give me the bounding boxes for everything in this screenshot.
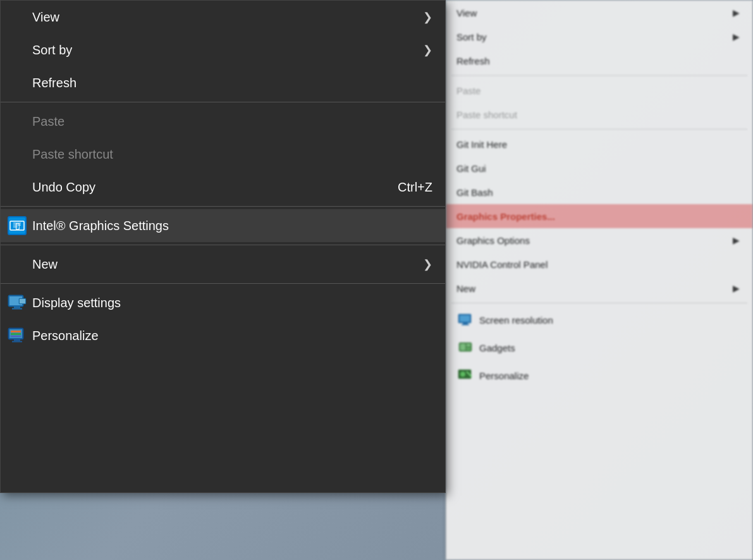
svg-rect-28 — [14, 339, 20, 341]
dark-menu-item-sortby[interactable]: Sort by ❯ — [1, 33, 445, 66]
personalize-icon — [7, 326, 27, 346]
light-menu-item-git-bash[interactable]: Git Bash — [446, 180, 752, 204]
dark-refresh-label: Refresh — [32, 76, 77, 90]
svg-rect-20 — [12, 308, 22, 310]
svg-rect-2 — [463, 323, 468, 324]
svg-point-9 — [460, 372, 465, 377]
light-menu-item-paste-shortcut: Paste shortcut — [446, 102, 752, 126]
svg-rect-22 — [20, 299, 25, 303]
dark-sortby-chevron: ❯ — [423, 43, 432, 57]
dark-menu-item-undo-copy[interactable]: Undo Copy Ctrl+Z — [1, 171, 445, 204]
light-sortby-chevron: ▶ — [733, 32, 740, 42]
light-menu-item-new[interactable]: New ▶ — [446, 276, 752, 300]
dark-divider-1 — [1, 102, 445, 102]
light-divider-3 — [451, 303, 747, 303]
light-nvidia-label: NVIDIA Control Panel — [456, 259, 548, 270]
dark-menu-item-paste: Paste — [1, 105, 445, 138]
svg-rect-19 — [14, 307, 20, 308]
dark-undo-copy-label: Undo Copy — [32, 180, 95, 195]
light-menu-item-gadgets[interactable]: Gadgets — [446, 334, 752, 362]
light-menu-item-nvidia[interactable]: NVIDIA Control Panel — [446, 252, 752, 276]
dark-paste-shortcut-label: Paste shortcut — [32, 147, 113, 162]
light-divider-2 — [451, 129, 747, 130]
light-menu-item-git-init[interactable]: Git Init Here — [446, 132, 752, 156]
light-menu-item-graphics-properties[interactable]: Graphics Properties... — [446, 204, 752, 228]
dark-undo-copy-shortcut: Ctrl+Z — [398, 180, 432, 195]
intel-graphics-icon: ⌷ — [7, 216, 27, 236]
context-menu-light: View ▶ Sort by ▶ Refresh Paste Paste sho… — [446, 0, 753, 560]
dark-new-chevron: ❯ — [423, 257, 432, 271]
light-menu-item-refresh[interactable]: Refresh — [446, 49, 752, 73]
svg-rect-6 — [467, 344, 470, 346]
light-git-bash-label: Git Bash — [456, 187, 493, 198]
gadgets-icon — [456, 339, 474, 356]
display-settings-icon — [7, 293, 27, 313]
dark-menu-item-intel-graphics[interactable]: ⌷ Intel® Graphics Settings — [1, 209, 445, 242]
light-personalize-label: Personalize — [479, 370, 529, 381]
svg-rect-3 — [462, 324, 469, 326]
dark-intel-graphics-label: Intel® Graphics Settings — [32, 219, 169, 233]
light-new-chevron: ▶ — [733, 283, 740, 293]
light-menu-item-paste: Paste — [446, 78, 752, 102]
svg-rect-26 — [11, 333, 21, 335]
dark-menu-item-view[interactable]: View ❯ — [1, 1, 445, 33]
svg-rect-27 — [11, 336, 21, 337]
dark-new-label: New — [32, 257, 58, 272]
light-graphics-properties-label: Graphics Properties... — [456, 211, 555, 222]
svg-rect-29 — [12, 341, 22, 343]
dark-divider-2 — [1, 206, 445, 207]
light-view-chevron: ▶ — [733, 8, 740, 18]
dark-divider-3 — [1, 245, 445, 245]
light-menu-item-sortby[interactable]: Sort by ▶ — [446, 25, 752, 49]
light-divider-1 — [451, 75, 747, 76]
light-graphics-options-label: Graphics Options — [456, 235, 530, 246]
svg-rect-5 — [460, 344, 465, 350]
light-paste-label: Paste — [456, 85, 481, 96]
dark-menu-item-new[interactable]: New ❯ — [1, 248, 445, 281]
context-menu-dark: View ❯ Sort by ❯ Refresh Paste Paste sho… — [0, 0, 446, 493]
light-menu-item-git-gui[interactable]: Git Gui — [446, 156, 752, 180]
light-screen-resolution-label: Screen resolution — [479, 315, 553, 326]
light-graphics-options-chevron: ▶ — [733, 235, 740, 245]
dark-menu-item-personalize[interactable]: Personalize — [1, 319, 445, 352]
dark-view-chevron: ❯ — [423, 10, 432, 24]
light-new-label: New — [456, 283, 475, 294]
light-git-init-label: Git Init Here — [456, 139, 507, 150]
dark-view-label: View — [32, 10, 59, 25]
dark-menu-item-paste-shortcut: Paste shortcut — [1, 138, 445, 171]
light-gadgets-label: Gadgets — [479, 343, 515, 353]
svg-rect-25 — [11, 331, 21, 332]
dark-paste-label: Paste — [32, 114, 64, 129]
light-git-gui-label: Git Gui — [456, 163, 486, 174]
dark-divider-4 — [1, 283, 445, 284]
light-paste-shortcut-label: Paste shortcut — [456, 109, 517, 120]
light-menu-item-graphics-options[interactable]: Graphics Options ▶ — [446, 228, 752, 252]
dark-menu-item-refresh[interactable]: Refresh — [1, 66, 445, 99]
light-sortby-label: Sort by — [456, 32, 487, 42]
dark-display-settings-label: Display settings — [32, 296, 121, 310]
dark-menu-item-display-settings[interactable]: Display settings — [1, 286, 445, 319]
light-refresh-label: Refresh — [456, 56, 490, 66]
light-menu-item-screen-resolution[interactable]: Screen resolution — [446, 306, 752, 334]
desktop: View ▶ Sort by ▶ Refresh Paste Paste sho… — [0, 0, 753, 560]
light-view-label: View — [456, 8, 477, 18]
dark-sortby-label: Sort by — [32, 43, 72, 58]
svg-rect-1 — [460, 315, 470, 322]
light-menu-item-personalize[interactable]: Personalize — [446, 362, 752, 389]
dark-personalize-label: Personalize — [32, 329, 99, 343]
screen-resolution-icon — [456, 311, 474, 329]
svg-rect-7 — [467, 348, 470, 350]
light-menu-item-view[interactable]: View ▶ — [446, 1, 752, 25]
personalize-small-icon — [456, 367, 474, 384]
